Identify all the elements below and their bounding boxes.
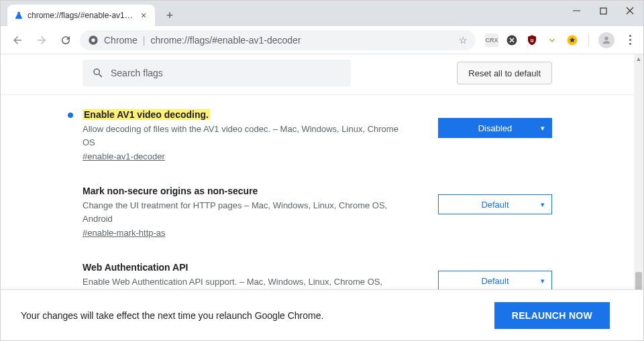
url-prefix: Chrome <box>104 35 138 46</box>
flags-list: Enable AV1 video decoding. Allow decodin… <box>1 95 634 315</box>
maximize-button[interactable] <box>590 1 616 21</box>
tab-title: chrome://flags/#enable-av1-dec <box>28 11 135 20</box>
flag-description: Allow decoding of files with the AV1 vid… <box>83 123 402 149</box>
flag-title: Enable AV1 video decoding. <box>83 109 210 120</box>
flag-row: Mark non-secure origins as non-secure Ch… <box>68 185 552 238</box>
reload-button[interactable] <box>56 30 76 50</box>
ublock-extension-icon[interactable]: u <box>525 33 539 47</box>
toolbar: Chrome | chrome://flags/#enable-av1-deco… <box>1 26 643 54</box>
reset-all-button[interactable]: Reset all to default <box>457 62 552 84</box>
url-text: chrome://flags/#enable-av1-decoder <box>150 35 453 46</box>
menu-button[interactable] <box>624 35 637 45</box>
flag-title: Mark non-secure origins as non-secure <box>83 186 258 196</box>
flask-icon <box>14 11 23 20</box>
noscript-extension-icon[interactable] <box>505 33 519 47</box>
flag-select[interactable]: Default <box>438 194 552 214</box>
profile-avatar[interactable] <box>598 32 614 48</box>
flags-header: Search flags Reset all to default <box>1 54 634 95</box>
extension-icons: CRX u <box>480 32 620 48</box>
flag-select[interactable]: Default <box>438 271 552 291</box>
back-button[interactable] <box>7 30 28 50</box>
address-bar[interactable]: Chrome | chrome://flags/#enable-av1-deco… <box>80 30 476 50</box>
forward-button[interactable] <box>32 30 52 50</box>
titlebar: chrome://flags/#enable-av1-dec × + <box>1 1 643 26</box>
flag-title: Web Authentication API <box>83 262 188 273</box>
flag-body: Enable AV1 video decoding. Allow decodin… <box>83 109 402 162</box>
svg-text:u: u <box>530 38 533 44</box>
flag-anchor-link[interactable]: #enable-mark-http-as <box>83 228 166 238</box>
bookmark-star-icon[interactable]: ☆ <box>459 35 468 46</box>
minimize-button[interactable] <box>563 1 590 21</box>
close-icon[interactable]: × <box>139 11 148 20</box>
star-extension-icon[interactable] <box>566 33 579 47</box>
svg-rect-1 <box>600 8 606 14</box>
flag-row: Enable AV1 video decoding. Allow decodin… <box>68 109 552 162</box>
svg-point-9 <box>604 36 608 40</box>
flag-anchor-link[interactable]: #enable-av1-decoder <box>83 151 165 161</box>
flag-select[interactable]: Disabled <box>438 118 552 138</box>
chrome-icon <box>88 35 99 46</box>
relaunch-message: Your changes will take effect the next t… <box>21 310 323 321</box>
close-window-button[interactable] <box>616 1 643 21</box>
relaunch-bar: Your changes will take effect the next t… <box>1 289 643 340</box>
crx-extension-icon[interactable]: CRX <box>485 33 498 47</box>
flag-description: Change the UI treatment for HTTP pages –… <box>83 199 402 225</box>
svg-point-5 <box>91 38 95 42</box>
window-controls <box>563 1 643 21</box>
relaunch-button[interactable]: RELAUNCH NOW <box>494 302 610 329</box>
new-tab-button[interactable]: + <box>160 6 179 25</box>
flag-body: Mark non-secure origins as non-secure Ch… <box>83 185 402 238</box>
search-input[interactable]: Search flags <box>83 60 351 86</box>
search-placeholder: Search flags <box>111 68 163 78</box>
download-extension-icon[interactable] <box>545 33 559 47</box>
browser-tab[interactable]: chrome://flags/#enable-av1-dec × <box>7 5 155 26</box>
search-icon <box>92 67 104 79</box>
scroll-up-arrow[interactable]: ▲ <box>634 54 643 64</box>
modified-dot-icon <box>68 113 73 118</box>
